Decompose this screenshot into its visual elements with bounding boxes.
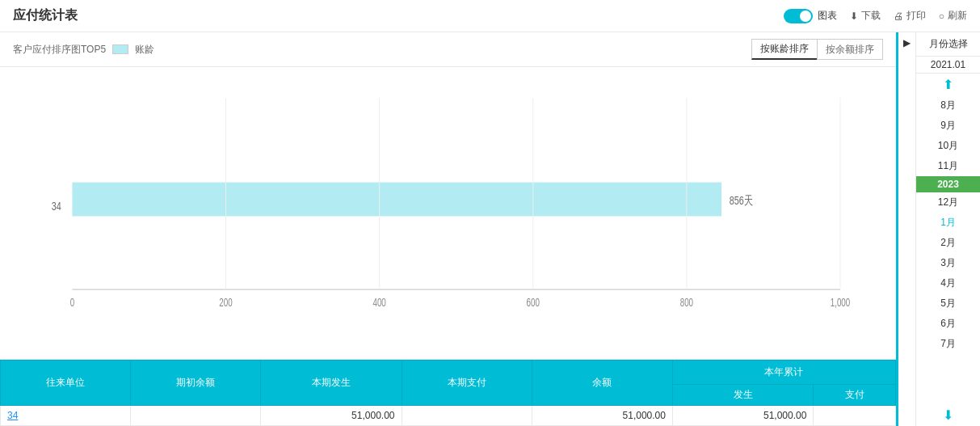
cell-opening-balance (131, 406, 261, 426)
month-item-2[interactable]: 2月 (916, 233, 980, 253)
data-table: 往来单位 期初余额 本期发生 本期支付 余额 本年累计 发生 支付 (0, 360, 896, 426)
download-icon: ⬇ (850, 11, 858, 22)
cell-unit[interactable]: 34 (1, 406, 131, 426)
print-icon: 🖨 (894, 11, 903, 22)
chart-container: 34 856天 0 200 400 600 800 1,000 (0, 67, 896, 359)
col-current-occurrence: 本期发生 (261, 361, 402, 406)
header-actions: 图表 ⬇ 下载 🖨 打印 ○ 刷新 (784, 9, 967, 23)
sidebar-toggle-arrow[interactable]: ▶ (896, 32, 915, 426)
svg-text:856天: 856天 (730, 194, 753, 208)
table-header-row: 往来单位 期初余额 本期发生 本期支付 余额 本年累计 (1, 361, 896, 385)
month-item-5[interactable]: 5月 (916, 293, 980, 314)
col-year-occurrence: 发生 (672, 385, 813, 406)
svg-text:0: 0 (70, 296, 75, 309)
svg-text:34: 34 (52, 200, 61, 213)
svg-text:600: 600 (527, 296, 540, 309)
sidebar-month-header: 月份选择 (916, 32, 980, 57)
cell-year-payment (814, 406, 896, 426)
table-row: 34 51,000.00 51,000.00 51,000.00 (1, 406, 896, 426)
month-item-10[interactable]: 10月 (916, 136, 980, 156)
col-balance: 余额 (532, 361, 672, 406)
chart-area: 客户应付排序图TOP5 账龄 按账龄排序 按余额排序 34 856天 (0, 32, 896, 426)
month-item-7[interactable]: 7月 (916, 334, 980, 354)
chart-svg: 34 856天 0 200 400 600 800 1,000 (48, 75, 880, 335)
chart-toggle[interactable] (784, 9, 813, 23)
sidebar-year-input[interactable]: 2021.01 (916, 57, 980, 74)
month-item-3[interactable]: 3月 (916, 253, 980, 273)
month-item-4[interactable]: 4月 (916, 273, 980, 293)
month-item-6[interactable]: 6月 (916, 314, 980, 334)
cell-balance: 51,000.00 (532, 406, 672, 426)
year-marker-2023: 2023 (916, 176, 980, 192)
svg-text:400: 400 (372, 296, 386, 309)
cell-year-occurrence: 51,000.00 (672, 406, 813, 426)
svg-text:200: 200 (219, 296, 233, 309)
col-opening-balance: 期初余额 (131, 361, 261, 406)
chart-legend: 客户应付排序图TOP5 账龄 (13, 43, 154, 57)
cell-current-payment (402, 406, 532, 426)
sidebar: 月份选择 2021.01 ⬆ 8月 9月 10月 11月 2023 12月 1月… (915, 32, 980, 426)
sort-by-amount-button[interactable]: 按余额排序 (817, 39, 883, 60)
collapse-icon: ▶ (903, 37, 911, 49)
legend-color-box (112, 44, 128, 54)
refresh-label: 刷新 (948, 9, 967, 23)
month-item-8[interactable]: 8月 (916, 95, 980, 116)
refresh-icon: ○ (939, 11, 944, 22)
month-item-1[interactable]: 1月 (916, 213, 980, 233)
main-content: 客户应付排序图TOP5 账龄 按账龄排序 按余额排序 34 856天 (0, 32, 980, 426)
legend-title: 客户应付排序图TOP5 (13, 43, 106, 57)
page-title: 应付统计表 (13, 7, 78, 24)
legend-color-label: 账龄 (135, 43, 154, 57)
col-current-payment: 本期支付 (402, 361, 532, 406)
col-year-payment: 支付 (814, 385, 896, 406)
header: 应付统计表 图表 ⬇ 下载 🖨 打印 ○ 刷新 (0, 0, 980, 32)
refresh-button[interactable]: ○ 刷新 (939, 9, 967, 23)
month-item-12[interactable]: 12月 (916, 192, 980, 213)
print-label: 打印 (906, 9, 926, 23)
month-list: 8月 9月 10月 11月 2023 12月 1月 2月 3月 4月 5月 6月… (916, 95, 980, 404)
month-item-9[interactable]: 9月 (916, 116, 980, 136)
svg-text:800: 800 (680, 296, 694, 309)
nav-down-arrow[interactable]: ⬇ (916, 404, 980, 426)
download-button[interactable]: ⬇ 下载 (850, 9, 881, 23)
nav-up-arrow[interactable]: ⬆ (916, 74, 980, 95)
svg-text:1,000: 1,000 (831, 296, 851, 309)
cell-current-occurrence: 51,000.00 (261, 406, 402, 426)
sidebar-nav: ⬆ 8月 9月 10月 11月 2023 12月 1月 2月 3月 4月 5月 … (916, 74, 980, 426)
col-year-cumulative: 本年累计 (672, 361, 895, 385)
download-label: 下载 (861, 9, 881, 23)
col-origin-unit: 往来单位 (1, 361, 131, 406)
chart-toolbar: 客户应付排序图TOP5 账龄 按账龄排序 按余额排序 (0, 32, 896, 67)
sort-by-balance-button[interactable]: 按账龄排序 (751, 39, 817, 60)
svg-rect-1 (72, 183, 721, 217)
table-area: 往来单位 期初余额 本期发生 本期支付 余额 本年累计 发生 支付 (0, 359, 896, 426)
month-item-11[interactable]: 11月 (916, 156, 980, 176)
chart-toggle-wrap: 图表 (784, 9, 837, 23)
print-button[interactable]: 🖨 打印 (894, 9, 926, 23)
chart-toggle-label: 图表 (818, 9, 837, 23)
sort-buttons: 按账龄排序 按余额排序 (751, 39, 883, 60)
